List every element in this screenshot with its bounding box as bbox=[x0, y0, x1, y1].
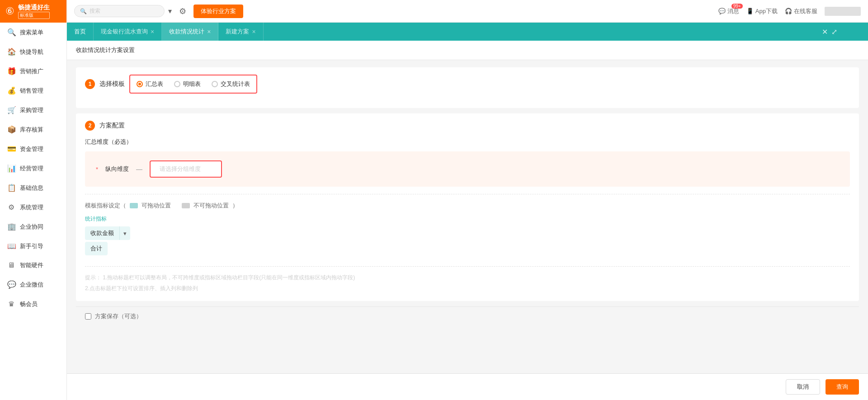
settings-button[interactable]: ⚙ bbox=[175, 4, 190, 19]
tab-new-plan-close[interactable]: × bbox=[252, 28, 255, 35]
sidebar-item-label: 销售管理 bbox=[20, 87, 43, 95]
notification-icon: 💬 bbox=[718, 8, 726, 14]
step1-template-selector: 汇总表 明细表 交叉统计表 bbox=[129, 75, 257, 94]
dimension-row: * 纵向维度 — 请选择分组维度 bbox=[96, 160, 839, 178]
tab-new-plan[interactable]: 新建方案 × bbox=[218, 23, 263, 41]
search-placeholder-text: 搜索 bbox=[90, 7, 100, 15]
metrics-section: 模板指标设定（ 可拖动位置 不可拖动位置 ） 统计指标 收款金额 bbox=[85, 194, 850, 255]
vertical-dim-label: 纵向维度 bbox=[105, 165, 129, 173]
building-icon: 🏢 bbox=[7, 222, 15, 231]
sidebar-item-finance[interactable]: 💳 资金管理 bbox=[0, 139, 66, 159]
download-label: App下载 bbox=[755, 7, 778, 15]
topbar-dropdown-button[interactable]: ▾ bbox=[168, 7, 172, 15]
tab-home-label: 首页 bbox=[74, 28, 86, 36]
tabbar-close-button[interactable]: ✕ bbox=[822, 28, 828, 36]
page-body: 1 选择模板 汇总表 明细表 bbox=[67, 60, 868, 333]
step1-title: 选择模板 bbox=[99, 80, 125, 88]
cancel-button[interactable]: 取消 bbox=[786, 379, 820, 395]
tab-cashflow[interactable]: 现金银行流水查询 × bbox=[94, 23, 162, 41]
topbar-right: 💬 消息 99+ 📱 App下载 🎧 在线客服 bbox=[718, 7, 861, 16]
sidebar-item-label: 智能硬件 bbox=[20, 261, 43, 269]
sidebar-item-hardware[interactable]: 🖥 智能硬件 bbox=[0, 256, 66, 275]
sidebar-item-label: 畅会员 bbox=[20, 300, 38, 308]
search-box[interactable]: 🔍 搜索 bbox=[74, 5, 165, 17]
sidebar-item-operations[interactable]: 📊 经营管理 bbox=[0, 159, 66, 178]
sidebar-logo: ⑥ 畅捷通好生 标准版 bbox=[0, 0, 66, 23]
sidebar-item-member[interactable]: ♛ 畅会员 bbox=[0, 294, 66, 314]
sidebar-item-wechat[interactable]: 💬 企业微信 bbox=[0, 275, 66, 294]
radio-summary[interactable]: 汇总表 bbox=[137, 80, 163, 88]
sidebar-item-purchase[interactable]: 🛒 采购管理 bbox=[0, 100, 66, 120]
tabbar-expand-button[interactable]: ⤢ bbox=[831, 28, 837, 36]
dimension-arrow: — bbox=[136, 165, 142, 173]
draggable-label: 可拖动位置 bbox=[142, 202, 171, 210]
notification-badge: 99+ bbox=[731, 4, 743, 9]
radio-summary-label: 汇总表 bbox=[146, 80, 163, 88]
metrics-section-label: 统计指标 bbox=[85, 215, 850, 223]
radio-cross-label: 交叉统计表 bbox=[221, 80, 250, 88]
tips-section: 提示： 1.拖动标题栏可以调整布局，不可跨维度或指标区域拖动栏目字段(只能在同一… bbox=[85, 266, 850, 294]
metric-chip-container: 收款金额 ▾ 合计 bbox=[85, 226, 850, 255]
money-icon: 💰 bbox=[7, 86, 15, 95]
step2-title: 方案配置 bbox=[99, 122, 125, 130]
sidebar-item-quick-nav[interactable]: 🏠 快捷导航 bbox=[0, 42, 66, 61]
box-icon: 📦 bbox=[7, 125, 15, 134]
save-plan-checkbox[interactable] bbox=[85, 313, 91, 320]
required-star: * bbox=[96, 166, 98, 173]
gear-icon: ⚙ bbox=[7, 203, 15, 212]
tip-1: 提示： 1.拖动标题栏可以调整布局，不可跨维度或指标区域拖动栏目字段(只能在同一… bbox=[85, 272, 850, 283]
sidebar-item-basic-info[interactable]: 📋 基础信息 bbox=[0, 178, 66, 198]
industry-button[interactable]: 体验行业方案 bbox=[193, 5, 243, 18]
cart-icon: 🛒 bbox=[7, 106, 15, 114]
card-icon: 💳 bbox=[7, 145, 15, 153]
logo-icon: ⑥ bbox=[5, 5, 14, 17]
tabbar: 首页 现金银行流水查询 × 收款情况统计 × 新建方案 × ✕ ⤢ bbox=[67, 23, 868, 41]
support-item[interactable]: 🎧 在线客服 bbox=[785, 7, 817, 15]
tab-stats[interactable]: 收款情况统计 × bbox=[162, 23, 218, 41]
user-info bbox=[825, 7, 861, 16]
sidebar: ⑥ 畅捷通好生 标准版 🔍 搜索菜单 🏠 快捷导航 🎁 营销推广 💰 销售管理 … bbox=[0, 0, 67, 400]
metrics-setting-label: 模板指标设定（ bbox=[85, 202, 126, 210]
page-footer: 方案保存（可选） bbox=[76, 306, 859, 326]
sidebar-item-inventory[interactable]: 📦 库存核算 bbox=[0, 120, 66, 139]
query-button[interactable]: 查询 bbox=[826, 379, 859, 395]
search-icon: 🔍 bbox=[7, 28, 15, 37]
tab-cashflow-close[interactable]: × bbox=[151, 28, 154, 35]
sidebar-item-system[interactable]: ⚙ 系统管理 bbox=[0, 198, 66, 217]
sidebar-item-search-menu[interactable]: 🔍 搜索菜单 bbox=[0, 23, 66, 42]
tab-home[interactable]: 首页 bbox=[67, 23, 94, 41]
topbar-left: 🔍 搜索 ▾ ⚙ 体验行业方案 bbox=[74, 4, 711, 19]
step1-badge: 1 bbox=[85, 79, 95, 89]
sidebar-item-label: 新手引导 bbox=[20, 242, 43, 250]
dimension-select[interactable]: 请选择分组维度 bbox=[150, 160, 222, 178]
template-radio-group: 汇总表 明细表 交叉统计表 bbox=[137, 80, 250, 88]
page-header-title: 收款情况统计方案设置 bbox=[76, 47, 135, 53]
action-bar: 取消 查询 bbox=[67, 373, 868, 400]
book-icon: 📖 bbox=[7, 242, 15, 250]
radio-summary-circle bbox=[137, 81, 143, 87]
radio-detail[interactable]: 明细表 bbox=[174, 80, 201, 88]
sidebar-item-marketing[interactable]: 🎁 营销推广 bbox=[0, 61, 66, 81]
radio-cross-circle bbox=[212, 81, 218, 87]
sidebar-item-label: 资金管理 bbox=[20, 145, 43, 153]
notification-item[interactable]: 💬 消息 99+ bbox=[718, 7, 739, 15]
support-label: 在线客服 bbox=[794, 7, 817, 15]
radio-cross[interactable]: 交叉统计表 bbox=[212, 80, 250, 88]
tab-stats-close[interactable]: × bbox=[207, 28, 211, 35]
sidebar-item-sales[interactable]: 💰 销售管理 bbox=[0, 81, 66, 100]
metric-subtotal: 合计 bbox=[85, 242, 108, 255]
tab-new-plan-label: 新建方案 bbox=[226, 28, 249, 36]
sidebar-item-enterprise[interactable]: 🏢 企业协同 bbox=[0, 217, 66, 236]
sidebar-item-guide[interactable]: 📖 新手引导 bbox=[0, 236, 66, 256]
download-icon: 📱 bbox=[746, 8, 754, 14]
save-plan-label: 方案保存（可选） bbox=[95, 312, 142, 320]
tab-cashflow-label: 现金银行流水查询 bbox=[101, 28, 148, 36]
no-drag-label: 不可拖动位置 bbox=[193, 202, 229, 210]
sidebar-item-label: 营销推广 bbox=[20, 67, 43, 75]
content-area: 收款情况统计方案设置 1 选择模板 汇总表 bbox=[67, 41, 868, 373]
metric-chip-dropdown[interactable]: ▾ bbox=[120, 227, 130, 240]
tab-stats-label: 收款情况统计 bbox=[169, 28, 204, 36]
tip-2: 2.点击标题栏下拉可设置排序、插入列和删除列 bbox=[85, 283, 850, 294]
gift-icon: 🎁 bbox=[7, 67, 15, 75]
download-item[interactable]: 📱 App下载 bbox=[746, 7, 778, 15]
